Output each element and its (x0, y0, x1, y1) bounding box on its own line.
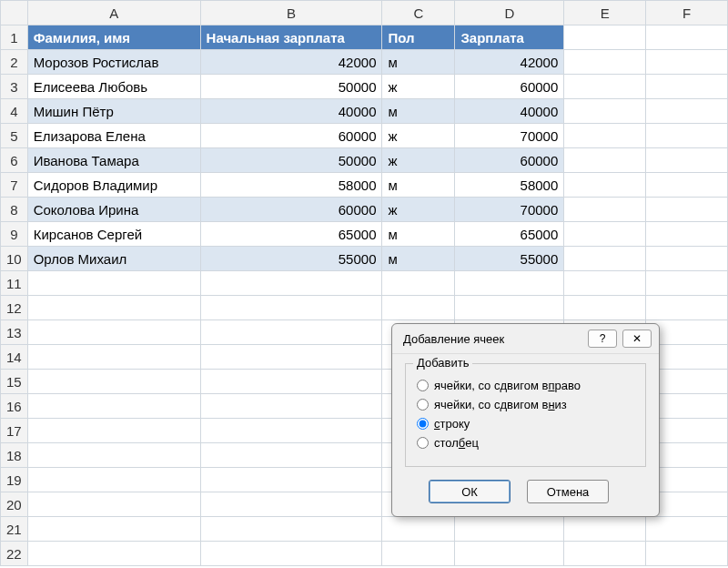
cell[interactable] (646, 296, 728, 320)
cell[interactable] (200, 394, 382, 419)
cell[interactable]: 65000 (200, 222, 382, 247)
cell[interactable] (455, 517, 564, 542)
cell[interactable]: ж (382, 75, 455, 99)
cell[interactable] (564, 25, 646, 50)
cell[interactable] (646, 247, 728, 271)
cell[interactable]: Соколова Ирина (27, 198, 200, 222)
column-header-B[interactable]: B (200, 1, 382, 25)
cell[interactable] (382, 271, 455, 296)
cell[interactable]: 60000 (455, 75, 564, 99)
ok-button[interactable]: ОК (429, 480, 511, 503)
cell[interactable] (646, 222, 728, 247)
cell[interactable]: 60000 (200, 124, 382, 148)
close-button[interactable]: ✕ (622, 330, 652, 348)
cell[interactable]: 40000 (455, 99, 564, 124)
row-header[interactable]: 8 (1, 198, 28, 222)
row-header[interactable]: 3 (1, 75, 28, 99)
cell[interactable]: м (382, 222, 455, 247)
row-header[interactable]: 6 (1, 148, 28, 173)
cell[interactable]: Орлов Михаил (27, 247, 200, 271)
cell[interactable] (27, 517, 200, 542)
cell[interactable] (27, 345, 200, 370)
radio-input-shift-right[interactable] (417, 380, 429, 391)
row-header[interactable]: 20 (1, 492, 28, 517)
cell[interactable]: м (382, 99, 455, 124)
cell[interactable] (646, 517, 728, 542)
cell[interactable] (27, 320, 200, 345)
corner-cell[interactable] (1, 1, 28, 25)
row-header[interactable]: 1 (1, 25, 28, 50)
column-header-C[interactable]: C (382, 1, 455, 25)
row-header[interactable]: 5 (1, 124, 28, 148)
cell[interactable]: 50000 (200, 148, 382, 173)
cell[interactable] (200, 271, 382, 296)
row-header[interactable]: 2 (1, 50, 28, 75)
cell[interactable] (200, 542, 382, 566)
cell[interactable] (564, 222, 646, 247)
cell[interactable] (564, 148, 646, 173)
help-button[interactable]: ? (588, 330, 617, 348)
row-header[interactable]: 11 (1, 271, 28, 296)
cell[interactable] (564, 75, 646, 99)
radio-shift-right[interactable]: ячейки, со сдвигом вправо (417, 379, 634, 392)
cell[interactable]: Мишин Пётр (27, 99, 200, 124)
row-header[interactable]: 18 (1, 443, 28, 468)
cell[interactable]: Начальная зарплата (200, 25, 382, 50)
cell[interactable] (200, 345, 382, 370)
cell[interactable] (564, 50, 646, 75)
cell[interactable] (382, 296, 455, 320)
radio-column[interactable]: столбец (417, 436, 634, 450)
cell[interactable] (455, 542, 564, 566)
cell[interactable] (646, 148, 728, 173)
row-header[interactable]: 10 (1, 247, 28, 271)
cell[interactable]: 55000 (200, 247, 382, 271)
cell[interactable] (27, 492, 200, 517)
cell[interactable] (200, 320, 382, 345)
column-header-E[interactable]: E (564, 1, 646, 25)
cell[interactable] (200, 419, 382, 443)
cell[interactable]: ж (382, 198, 455, 222)
cell[interactable] (564, 517, 646, 542)
row-header[interactable]: 4 (1, 99, 28, 124)
cell[interactable]: 60000 (455, 148, 564, 173)
cell[interactable]: Пол (382, 25, 455, 50)
cell[interactable]: ж (382, 148, 455, 173)
cell[interactable]: м (382, 50, 455, 75)
cell[interactable] (646, 124, 728, 148)
cell[interactable] (564, 247, 646, 271)
cell[interactable] (27, 542, 200, 566)
cell[interactable] (646, 198, 728, 222)
cell[interactable] (564, 99, 646, 124)
cell[interactable]: Морозов Ростислав (27, 50, 200, 75)
cell[interactable]: Елизарова Елена (27, 124, 200, 148)
radio-shift-down[interactable]: ячейки, со сдвигом вниз (417, 398, 634, 411)
cell[interactable] (646, 75, 728, 99)
cell[interactable]: Сидоров Владимир (27, 173, 200, 198)
cell[interactable] (564, 542, 646, 566)
cell[interactable] (200, 517, 382, 542)
cell[interactable] (200, 492, 382, 517)
cell[interactable] (200, 443, 382, 468)
cell[interactable] (564, 124, 646, 148)
cell[interactable] (455, 296, 564, 320)
row-header[interactable]: 14 (1, 345, 28, 370)
radio-input-row[interactable] (417, 418, 429, 430)
cell[interactable] (27, 370, 200, 394)
row-header[interactable]: 13 (1, 320, 28, 345)
cell[interactable]: Зарплата (455, 25, 564, 50)
cell[interactable] (646, 25, 728, 50)
cell[interactable]: 60000 (200, 198, 382, 222)
cell[interactable]: 58000 (455, 173, 564, 198)
row-header[interactable]: 17 (1, 419, 28, 443)
cell[interactable]: 65000 (455, 222, 564, 247)
cell[interactable] (455, 271, 564, 296)
cell[interactable] (646, 173, 728, 198)
cell[interactable] (27, 296, 200, 320)
cell[interactable] (200, 468, 382, 492)
row-header[interactable]: 7 (1, 173, 28, 198)
cell[interactable]: 40000 (200, 99, 382, 124)
cell[interactable]: Иванова Тамара (27, 148, 200, 173)
cell[interactable] (564, 198, 646, 222)
row-header[interactable]: 12 (1, 296, 28, 320)
cell[interactable] (200, 370, 382, 394)
